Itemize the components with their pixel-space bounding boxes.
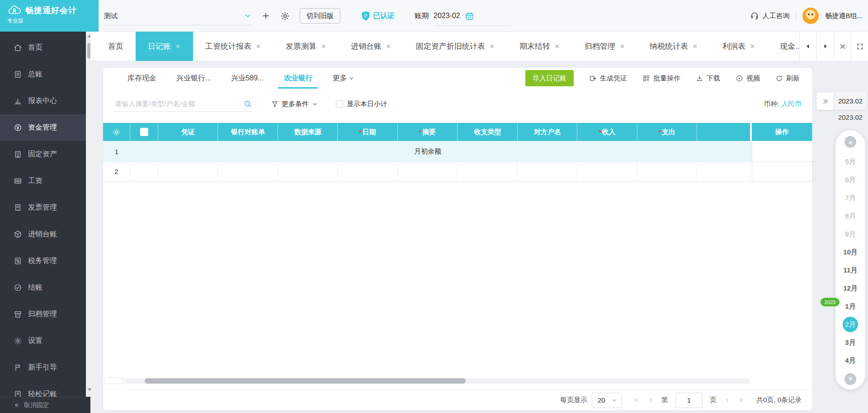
window-tab-journal[interactable]: 日记账 [136, 32, 193, 61]
search-box[interactable] [114, 96, 252, 112]
account-tab-bank2[interactable]: 兴业589... [231, 68, 264, 89]
sidebar-item-report-center[interactable]: 报表中心 [0, 88, 90, 114]
scroll-down-arrow[interactable] [87, 388, 92, 391]
scrollbar-thumb[interactable] [145, 378, 466, 384]
checkbox-icon[interactable] [140, 128, 148, 136]
month-item[interactable]: 6月 [835, 171, 865, 189]
close-icon[interactable] [255, 43, 261, 49]
window-tab-truncated[interactable]: 现金... [768, 32, 803, 61]
tab-scroll-right-button[interactable] [816, 32, 834, 61]
more-filters-dropdown[interactable]: 更多条件 [271, 100, 318, 108]
username[interactable]: 畅捷通B组... [825, 12, 863, 20]
month-item[interactable]: 11月 [835, 261, 865, 279]
sidebar-scrollbar[interactable] [86, 32, 93, 397]
close-icon[interactable] [489, 43, 495, 49]
period-panel-collapse-button[interactable] [816, 93, 834, 110]
sidebar-item-closing[interactable]: 结账 [0, 274, 90, 301]
window-tab[interactable]: 纳税统计表 [637, 32, 710, 61]
month-item[interactable]: 4月 [835, 352, 865, 370]
month-item[interactable]: 10月 [835, 243, 865, 261]
search-icon[interactable] [243, 99, 252, 108]
close-icon[interactable] [750, 43, 755, 49]
sidebar-item-settings[interactable]: 设置 [0, 328, 90, 354]
window-tab[interactable]: 期末结转 [507, 32, 572, 61]
months-scroll-up-button[interactable] [844, 136, 856, 148]
close-all-tabs-button[interactable] [834, 32, 851, 61]
download-button[interactable]: 下载 [696, 74, 720, 83]
close-icon[interactable] [692, 43, 698, 49]
select-all-checkbox[interactable] [130, 123, 158, 141]
data-source-cell[interactable] [278, 162, 338, 182]
close-icon[interactable] [175, 43, 181, 49]
sidebar-item-beginner-guide[interactable]: 新手引导 [0, 354, 90, 381]
human-support-button[interactable]: 人工咨询 [750, 11, 789, 20]
bank-statement-cell[interactable] [218, 162, 278, 182]
certified-badge[interactable]: 企 已认证 [361, 11, 395, 21]
window-tab-home[interactable]: 首页 [96, 32, 136, 61]
generate-voucher-button[interactable]: 生成凭证 [589, 74, 627, 83]
window-tab[interactable]: 利润表 [710, 32, 768, 61]
voucher-cell[interactable] [158, 162, 218, 182]
account-set-dropdown[interactable]: 测试 [104, 0, 252, 32]
next-page-button[interactable] [724, 397, 731, 404]
checkbox-icon[interactable] [336, 100, 343, 108]
fullscreen-icon[interactable] [851, 32, 868, 61]
unpin-sidebar-button[interactable]: 取消固定 [0, 397, 90, 413]
horizontal-scrollbar[interactable] [104, 378, 750, 384]
column-settings-gear[interactable] [103, 123, 130, 141]
counterparty-cell[interactable] [518, 162, 577, 182]
sidebar-item-tax-management[interactable]: 税务管理 [0, 248, 90, 274]
settings-gear-icon[interactable] [280, 11, 290, 21]
add-account-set-button[interactable] [261, 11, 270, 20]
table-row-entry[interactable]: 2 [103, 162, 812, 182]
close-icon[interactable] [554, 43, 560, 49]
sidebar-item-archive-management[interactable]: 归档管理 [0, 301, 90, 328]
date-cell[interactable] [338, 162, 398, 182]
months-scroll-down-button[interactable] [844, 373, 856, 385]
previous-page-button[interactable] [647, 397, 654, 404]
close-icon[interactable] [386, 43, 392, 49]
type-cell[interactable] [458, 162, 518, 182]
scrollbar-track[interactable] [125, 378, 750, 384]
current-period-box[interactable]: 2023.02 [834, 92, 867, 110]
month-item-selected[interactable]: 2月 [835, 315, 865, 333]
month-item[interactable]: 3月 [835, 333, 865, 352]
sidebar-item-easy-bookkeeping[interactable]: 轻松记账 [0, 381, 90, 397]
month-item[interactable]: 7月 [835, 189, 865, 207]
income-cell[interactable] [577, 162, 637, 182]
sidebar-item-home[interactable]: 首页 [0, 34, 90, 61]
window-tab[interactable]: 工资统计报表 [193, 32, 274, 61]
close-icon[interactable] [619, 43, 625, 49]
batch-operations-button[interactable]: 批量操作 [642, 74, 680, 83]
show-daily-subtotal-checkbox[interactable]: 显示本日小计 [336, 100, 387, 108]
sidebar-item-purchase-sales-ledger[interactable]: 进销台账 [0, 221, 90, 248]
currency-value-link[interactable]: 人民币 [781, 100, 802, 108]
month-item[interactable]: 8月 [835, 207, 865, 225]
close-icon[interactable] [321, 43, 326, 49]
window-tab[interactable]: 进销台账 [339, 32, 404, 61]
video-help-button[interactable]: 视频 [736, 74, 760, 83]
tab-scroll-left-button[interactable] [799, 32, 816, 61]
sidebar-item-general-ledger[interactable]: 总账 [0, 61, 90, 88]
row-checkbox-cell[interactable] [130, 162, 158, 182]
sidebar-item-funds-management[interactable]: 资金管理 [0, 114, 90, 141]
window-tab[interactable]: 归档管理 [572, 32, 637, 61]
per-page-select[interactable]: 20 [592, 393, 622, 408]
search-input[interactable] [114, 99, 232, 108]
accounting-period-control[interactable]: 账期 2023-02 [415, 0, 474, 32]
window-tab[interactable]: 固定资产折旧统计表 [404, 32, 507, 61]
refresh-button[interactable]: 刷新 [775, 74, 800, 83]
import-journal-button[interactable]: 导入日记账 [525, 70, 574, 86]
account-tab-agricultural-bank[interactable]: 农业银行 [283, 68, 312, 89]
sidebar-item-payroll[interactable]: 工资 [0, 168, 90, 194]
sidebar-item-invoice-management[interactable]: 发票管理 [0, 194, 90, 221]
month-item[interactable]: 9月 [835, 225, 865, 243]
account-tab-bank1[interactable]: 兴业银行... [176, 68, 211, 89]
month-item[interactable]: 5月 [835, 153, 865, 171]
last-page-button[interactable] [738, 397, 745, 404]
summary-cell[interactable] [398, 162, 458, 182]
month-item[interactable]: 1月 [835, 297, 865, 315]
sidebar-item-fixed-assets[interactable]: 固定资产 [0, 141, 90, 168]
first-page-button[interactable] [633, 397, 640, 404]
switch-old-version-button[interactable]: 切到旧版 [300, 8, 340, 23]
